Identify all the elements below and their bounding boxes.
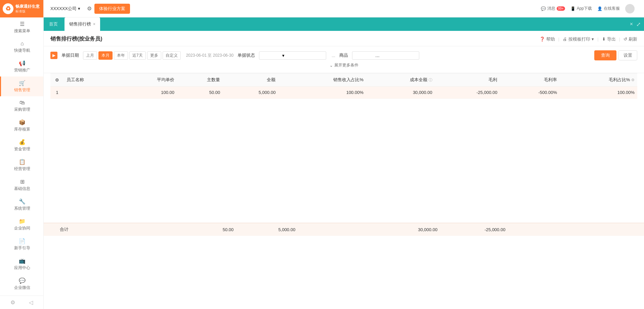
cell-gross: -25,000.00: [435, 87, 500, 99]
status-chevron-icon: ▾: [282, 53, 285, 58]
filter-dots[interactable]: ...: [332, 53, 335, 58]
refresh-label: 刷新: [629, 36, 637, 42]
app-label: App下载: [577, 6, 592, 11]
sidebar-settings-button[interactable]: ⚙: [10, 299, 15, 306]
tab-sales-ranking[interactable]: 销售排行榜 ×: [65, 17, 100, 31]
print-label: 按模板打印: [568, 36, 590, 42]
date-range-display: 2023-06-01 至 2023-06-30: [186, 53, 233, 58]
col-gross-pct: 毛利占比% ⚙: [560, 73, 637, 87]
sidebar-nav: ☰ 搜索菜单 ⌂ 快捷导航 📢 营销推广 🛒 销售管理 🛍 采购管理 📦 库存核…: [0, 17, 43, 296]
table-footer: 合计 50.00 5,000.00 30,000.00 -25,000.00: [44, 223, 644, 236]
tab-home[interactable]: 首页: [44, 17, 63, 31]
sidebar-item-system[interactable]: 🔧 系统管理: [0, 195, 43, 215]
date-cur-month-button[interactable]: 本月: [98, 51, 113, 60]
message-label: 消息: [547, 6, 555, 11]
sidebar-item-guide[interactable]: 📄 新手引导: [0, 235, 43, 254]
topbar-right: 💬 消息 99+ 📱 App下载 👤 在线客服: [541, 4, 640, 13]
filter-area: ▶ 单据日期 上月 本月 本年 近7天 更多 自定义 2023-06-01 至 …: [44, 46, 644, 73]
settings-button[interactable]: 设置: [618, 50, 637, 60]
col-gross: 毛利: [435, 73, 500, 87]
help-label: 帮助: [546, 36, 555, 42]
page-title: 销售排行榜(按业务员): [50, 36, 102, 43]
status-select[interactable]: ▾: [259, 51, 326, 60]
footer-amount: 5,000.00: [236, 223, 298, 236]
cell-gross-pct: 100.00%: [560, 87, 637, 99]
expand-conditions-button[interactable]: ⌄ 展开更多条件: [330, 62, 358, 68]
cell-amount: 5,000.00: [223, 87, 278, 99]
collab-icon: 📁: [19, 218, 26, 224]
sidebar-item-inventory[interactable]: 📦 库存核算: [0, 116, 43, 136]
main-area: XXXXXX公司 ▾ ⚙ 体验行业方案 💬 消息 99+ 📱 App下载 👤 在…: [44, 0, 644, 309]
print-button[interactable]: 🖨 按模板打印 ▾: [563, 36, 594, 42]
service-button[interactable]: 👤 在线客服: [597, 6, 620, 11]
basic-icon: ⊞: [20, 178, 25, 185]
trial-button[interactable]: 体验行业方案: [94, 4, 130, 14]
message-icon: 💬: [541, 6, 546, 11]
sidebar-item-label: 库存核算: [14, 126, 30, 132]
date-label: 单据日期: [61, 52, 79, 58]
message-button[interactable]: 💬 消息 99+: [541, 6, 565, 11]
goods-input[interactable]: …: [352, 51, 419, 60]
sidebar-item-collab[interactable]: 📁 企业协同: [0, 215, 43, 235]
operations-icon: 📋: [19, 159, 26, 165]
table-container: ⚙ 员工名称 平均单价 主数量 全额 销售收入占比% 成本全额 ⓘ 毛利 毛利率…: [44, 73, 644, 105]
date-prev-month-button[interactable]: 上月: [83, 51, 97, 60]
sidebar-item-label: 新手引导: [14, 245, 30, 251]
sidebar-item-label: 系统管理: [14, 206, 30, 211]
tab-close-icon[interactable]: ×: [93, 22, 95, 27]
sidebar-item-wechat[interactable]: 💬 企业微信: [0, 274, 43, 294]
tab-label: 销售排行榜: [69, 21, 91, 27]
help-button[interactable]: ❓ 帮助: [540, 36, 555, 42]
sidebar-item-label: 经营管理: [14, 166, 30, 172]
topbar: XXXXXX公司 ▾ ⚙ 体验行业方案 💬 消息 99+ 📱 App下载 👤 在…: [44, 0, 644, 17]
sidebar-collapse-button[interactable]: ◁: [29, 299, 33, 306]
topbar-settings-icon[interactable]: ⚙: [87, 5, 92, 12]
cell-gross-rate: -500.00%: [500, 87, 560, 99]
sidebar-item-funds[interactable]: 💰 资金管理: [0, 136, 43, 155]
sidebar-item-operations[interactable]: 📋 经营管理: [0, 155, 43, 175]
date-7days-button[interactable]: 近7天: [129, 51, 146, 60]
date-more-button[interactable]: 更多: [147, 51, 161, 60]
sales-icon: 🛒: [19, 80, 26, 86]
query-button[interactable]: 查询: [594, 50, 616, 60]
sidebar-item-sales[interactable]: 🛒 销售管理: [0, 76, 43, 96]
sidebar-item-shortcuts[interactable]: ⌂ 快捷导航: [0, 37, 43, 57]
inventory-icon: 📦: [19, 119, 26, 125]
print-icon: 🖨: [563, 37, 567, 42]
footer-qty: 50.00: [187, 223, 236, 236]
date-buttons: 上月 本月 本年 近7天 更多 自定义: [83, 51, 181, 60]
window-restore-icon[interactable]: ⤢: [636, 21, 641, 28]
filter-row-1: ▶ 单据日期 上月 本月 本年 近7天 更多 自定义 2023-06-01 至 …: [50, 50, 637, 60]
refresh-button[interactable]: ↺ 刷新: [624, 36, 637, 42]
print-chevron-icon: ▾: [592, 37, 594, 42]
window-close-icon[interactable]: ×: [630, 21, 633, 27]
sidebar-item-apps[interactable]: 📺 应用中心: [0, 254, 43, 274]
sidebar-item-purchase[interactable]: 🛍 采购管理: [0, 96, 43, 116]
home-icon: ⌂: [20, 41, 24, 47]
service-icon: 👤: [597, 6, 602, 11]
logo-icon: ♻: [3, 3, 13, 14]
export-button[interactable]: ⬇ 导出: [602, 36, 616, 42]
filter-toggle-button[interactable]: ▶: [50, 52, 57, 59]
sidebar-item-label: 搜索菜单: [14, 28, 30, 34]
wechat-icon: 💬: [19, 277, 26, 284]
sidebar-item-search[interactable]: ☰ 搜索菜单: [0, 17, 43, 37]
sidebar-item-label: 营销推广: [14, 67, 30, 73]
service-label: 在线客服: [604, 6, 620, 11]
sidebar-item-marketing[interactable]: 📢 营销推广: [0, 57, 43, 76]
user-avatar[interactable]: [625, 4, 635, 13]
goods-label: 商品: [339, 52, 348, 58]
purchase-icon: 🛍: [19, 100, 25, 106]
marketing-icon: 📢: [19, 60, 26, 66]
company-selector[interactable]: XXXXXX公司 ▾: [48, 4, 83, 13]
message-badge: 99+: [557, 6, 565, 11]
footer-gross: -25,000.00: [440, 223, 508, 236]
col-name: 员工名称: [64, 73, 121, 87]
funds-icon: 💰: [19, 139, 26, 145]
cell-qty: 50.00: [177, 87, 223, 99]
sidebar-item-basic[interactable]: ⊞ 基础信息: [0, 175, 43, 195]
app-download-button[interactable]: 📱 App下载: [570, 6, 592, 11]
date-year-button[interactable]: 本年: [114, 51, 128, 60]
sidebar-logo: ♻ 畅康通好生意 标准版: [0, 0, 43, 17]
date-custom-button[interactable]: 自定义: [163, 51, 181, 60]
